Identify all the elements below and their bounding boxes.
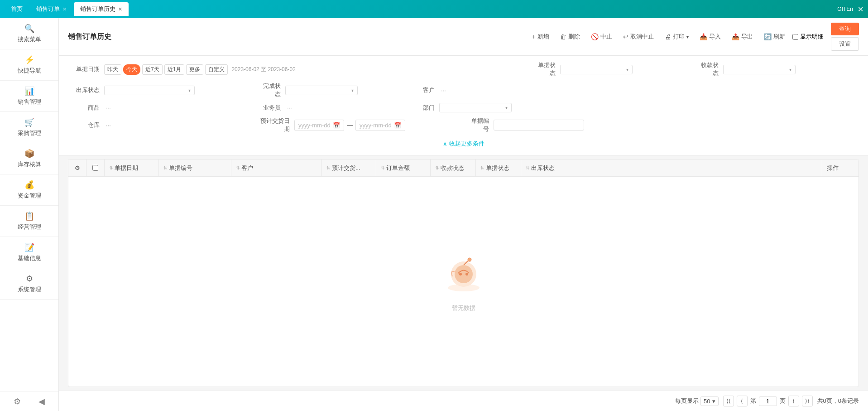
prev-page-btn[interactable]: ⟨	[737, 396, 748, 406]
tab-sales-order-history[interactable]: 销售订单历史 ✕	[74, 2, 129, 16]
customer-label: 客户	[421, 86, 439, 94]
department-control: ▾	[439, 103, 859, 112]
delete-button[interactable]: 🗑 删除	[556, 31, 584, 43]
receipt-status-select[interactable]: ▾	[723, 65, 796, 74]
delete-icon: 🗑	[560, 33, 566, 40]
stop-button[interactable]: 🚫 中止	[587, 31, 616, 43]
page-size-dropdown[interactable]: 50 ▾	[700, 396, 718, 406]
svg-point-3	[459, 273, 462, 276]
display-detail-label: 显示明细	[800, 33, 824, 41]
sidebar-item-quick-nav-label: 快捷导航	[18, 67, 41, 75]
print-button[interactable]: 🖨 打印	[661, 31, 692, 43]
sidebar-item-inventory[interactable]: 📦 库存核算	[0, 143, 58, 174]
shortcut-1month[interactable]: 近1月	[164, 64, 185, 75]
export-button[interactable]: 📤 导出	[728, 31, 757, 43]
complete-status-select[interactable]: ▾	[285, 86, 358, 95]
out-status-label: 出库状态	[68, 86, 104, 94]
sidebar-collapse-btn[interactable]: ◀	[38, 396, 45, 406]
sidebar-item-system-mgmt[interactable]: ⚙ 系统管理	[0, 268, 58, 300]
add-label: 新增	[537, 33, 549, 41]
department-select[interactable]: ▾	[439, 103, 512, 112]
sort-delivery-icon: ⇅	[326, 165, 330, 170]
department-label: 部门	[421, 104, 439, 112]
sidebar-item-quick-nav[interactable]: ⚡ 快捷导航	[0, 49, 58, 81]
goods-dots-btn[interactable]: ···	[104, 104, 113, 111]
th-no-label: 单据编号	[169, 164, 192, 172]
th-bill-status[interactable]: ⇅ 单据状态	[476, 160, 521, 176]
th-amount[interactable]: ⇅ 订单金额	[376, 160, 431, 176]
system-icon: ⚙	[26, 274, 33, 284]
out-status-select[interactable]: ▾	[104, 86, 195, 95]
shortcut-custom[interactable]: 自定义	[205, 64, 228, 75]
svg-point-2	[455, 265, 473, 283]
goods-label: 商品	[68, 104, 104, 112]
warehouse-dots-btn[interactable]: ···	[104, 122, 113, 129]
sidebar-item-basic-info[interactable]: 📝 基础信息	[0, 237, 58, 268]
th-customer-label: 客户	[241, 164, 253, 172]
next-page-btn[interactable]: ⟩	[788, 396, 799, 406]
sidebar-item-purchase-mgmt[interactable]: 🛒 采购管理	[0, 112, 58, 143]
out-status-arrow: ▾	[188, 88, 191, 93]
top-close-icon[interactable]: ✕	[858, 5, 863, 14]
cancel-stop-label: 取消中止	[630, 33, 654, 41]
toolbar: + 新增 🗑 删除 🚫 中止 ↩ 取消中止 🖨 打印	[528, 23, 859, 51]
refresh-button[interactable]: 🔄 刷新	[760, 31, 789, 43]
th-checkbox[interactable]	[86, 160, 105, 176]
delivery-date-end[interactable]: yyyy-mm-dd 📅	[355, 120, 405, 131]
table-header: ⚙ ⇅ 单据日期 ⇅ 单据编号 ⇅ 客户 ⇅	[68, 160, 858, 177]
sidebar-item-finance[interactable]: 💰 资金管理	[0, 174, 58, 206]
main-layout: 🔍 搜索菜单 ⚡ 快捷导航 📊 销售管理 🛒 采购管理 📦 库存核算 💰 资金管…	[0, 18, 868, 411]
svg-point-4	[465, 273, 468, 276]
th-date[interactable]: ⇅ 单据日期	[105, 160, 159, 176]
th-receipt-status[interactable]: ⇅ 收款状态	[431, 160, 476, 176]
bill-no-input[interactable]	[494, 120, 584, 131]
sidebar-item-sales-mgmt[interactable]: 📊 销售管理	[0, 81, 58, 112]
import-button[interactable]: 📥 导入	[696, 31, 724, 43]
shortcut-today[interactable]: 今天	[123, 64, 140, 75]
display-detail-checkbox[interactable]	[792, 34, 798, 40]
collapse-link[interactable]: ∧ 收起更多条件	[68, 138, 859, 150]
tab-home[interactable]: 首页	[5, 2, 29, 16]
bill-status-label: 单据状态	[533, 61, 560, 77]
query-button[interactable]: 查询	[831, 23, 859, 35]
th-settings[interactable]: ⚙	[68, 160, 86, 176]
select-all-checkbox[interactable]	[92, 165, 98, 171]
first-page-btn[interactable]: ⟨⟨	[723, 396, 734, 406]
tab-sales-order-close[interactable]: ✕	[62, 6, 67, 12]
tab-sales-order[interactable]: 销售订单 ✕	[30, 2, 73, 16]
department-arrow: ▾	[505, 105, 508, 110]
page-title: 销售订单历史	[68, 32, 111, 42]
add-button[interactable]: + 新增	[528, 31, 553, 43]
page-number-input[interactable]	[759, 396, 777, 406]
tab-sales-order-history-close[interactable]: ✕	[118, 6, 122, 12]
shortcut-7days[interactable]: 近7天	[142, 64, 163, 75]
th-no[interactable]: ⇅ 单据编号	[159, 160, 231, 176]
bill-status-control: ▾	[560, 65, 696, 74]
import-label: 导入	[709, 33, 721, 41]
th-action: 操作	[822, 160, 858, 176]
delivery-date-start[interactable]: yyyy-mm-dd 📅	[294, 120, 344, 131]
cancel-stop-button[interactable]: ↩ 取消中止	[619, 31, 657, 43]
bill-status-arrow: ▾	[626, 67, 628, 72]
settings-button[interactable]: 设置	[831, 37, 859, 51]
search-icon: 🔍	[24, 24, 34, 34]
th-out-status[interactable]: ⇅ 出库状态	[521, 160, 822, 176]
sidebar-settings-btn[interactable]: ⚙	[14, 396, 21, 406]
delivery-date-end-text: yyyy-mm-dd	[360, 122, 392, 129]
shortcut-yesterday[interactable]: 昨天	[104, 64, 121, 75]
sidebar-item-business-mgmt[interactable]: 📋 经营管理	[0, 206, 58, 237]
complete-status-arrow: ▾	[351, 88, 354, 93]
customer-dots-btn[interactable]: ···	[439, 87, 448, 94]
sidebar-item-basic-info-label: 基础信息	[18, 254, 41, 262]
last-page-btn[interactable]: ⟩⟩	[802, 396, 813, 406]
bill-status-select[interactable]: ▾	[560, 65, 633, 74]
shortcut-more[interactable]: 更多	[186, 64, 203, 75]
sidebar-item-search-menu[interactable]: 🔍 搜索菜单	[0, 18, 58, 49]
calendar-start-icon: 📅	[333, 122, 340, 129]
th-delivery[interactable]: ⇅ 预计交货...	[322, 160, 376, 176]
th-customer[interactable]: ⇅ 客户	[231, 160, 322, 176]
top-bar-right: OfTEn ✕	[837, 5, 863, 14]
salesperson-dots-btn[interactable]: ···	[285, 104, 294, 111]
out-status-control: ▾	[104, 86, 258, 95]
sidebar-item-inventory-label: 库存核算	[18, 160, 41, 169]
